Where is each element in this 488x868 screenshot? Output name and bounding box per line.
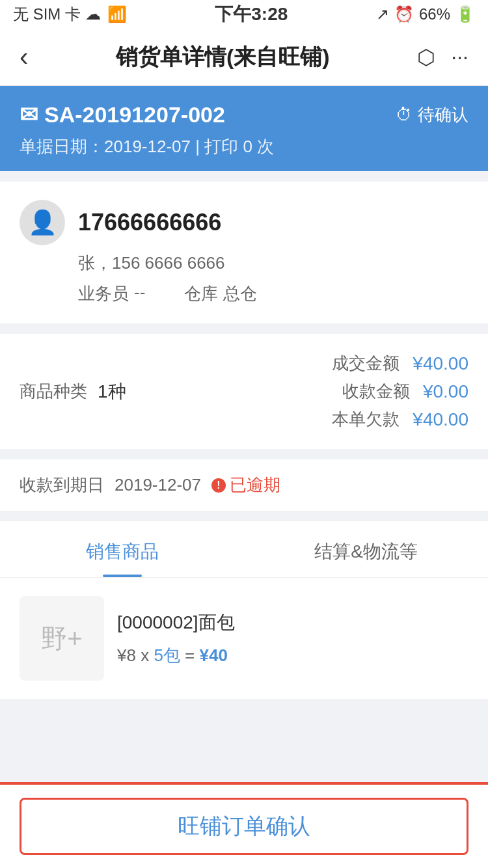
due-label: 收款到期日	[20, 474, 104, 496]
battery-icon: 🔋	[455, 5, 475, 23]
owed-value: ¥40.00	[413, 409, 468, 430]
customer-section: 👤 17666666666 张，156 6666 6666 业务员 -- 仓库 …	[0, 182, 488, 323]
sales-value: --	[134, 282, 145, 305]
status-right: ↗ ⏰ 66% 🔋	[376, 5, 475, 23]
warehouse-info: 仓库 总仓	[184, 282, 257, 305]
warehouse-value: 总仓	[223, 282, 257, 305]
avatar-icon: 👤	[28, 209, 57, 236]
more-button[interactable]: ···	[451, 45, 468, 69]
battery-label: 66%	[419, 5, 450, 23]
tabs-section: 销售商品 结算&物流等 野+ [0000002]面包 ¥8 x 5包 = ¥40	[0, 521, 488, 699]
alarm-icon: ⏰	[394, 5, 414, 23]
share-button[interactable]: ⬡	[417, 45, 435, 70]
overdue-text: 已逾期	[230, 474, 280, 496]
product-price: ¥8 x 5包 = ¥40	[117, 644, 468, 667]
tabs-bar: 销售商品 结算&物流等	[0, 521, 488, 578]
customer-name: 张，156 6666 6666	[78, 252, 468, 275]
received-value: ¥0.00	[423, 381, 468, 402]
product-total: ¥40	[199, 645, 227, 665]
customer-meta: 业务员 -- 仓库 总仓	[78, 282, 468, 305]
owed-label: 本单欠款	[332, 408, 400, 431]
nav-actions: ⬡ ···	[417, 45, 468, 70]
status-left: 无 SIM 卡 ☁ 📶	[13, 4, 127, 25]
received-label: 收款金额	[342, 380, 410, 403]
avatar: 👤	[20, 200, 65, 245]
tab-settlement[interactable]: 结算&物流等	[244, 521, 488, 577]
summary-right: 成交金额 ¥40.00 收款金额 ¥0.00 本单欠款 ¥40.00	[244, 352, 468, 431]
nav-bar: ‹ 销货单详情(来自旺铺) ⬡ ···	[0, 29, 488, 86]
warehouse-label: 仓库	[184, 282, 218, 305]
overdue-badge: ! 已逾期	[211, 474, 280, 496]
product-info: [0000002]面包 ¥8 x 5包 = ¥40	[117, 610, 468, 667]
order-id: ✉ SA-20191207-002	[20, 102, 225, 128]
summary-left: 商品种类 1种	[20, 352, 244, 431]
customer-phone: 17666666666	[78, 209, 221, 236]
received-row: 收款金额 ¥0.00	[342, 380, 468, 403]
confirm-button[interactable]: 旺铺订单确认	[20, 798, 468, 855]
product-name: [0000002]面包	[117, 610, 468, 635]
equals-sign: =	[180, 645, 200, 665]
sales-info: 业务员 --	[78, 282, 145, 305]
confirm-btn-wrap: 旺铺订单确认	[0, 782, 488, 868]
summary-section: 商品种类 1种 成交金额 ¥40.00 收款金额 ¥0.00 本单欠款 ¥40.…	[0, 334, 488, 449]
amount-row: 成交金额 ¥40.00	[332, 352, 468, 375]
wifi-icon: 📶	[107, 5, 127, 23]
overdue-icon: !	[211, 478, 226, 493]
location-icon: ↗	[376, 5, 389, 23]
order-date: 单据日期：2019-12-07 | 打印 0 次	[20, 135, 468, 158]
sales-label: 业务员	[78, 282, 129, 305]
product-item: 野+ [0000002]面包 ¥8 x 5包 = ¥40	[0, 578, 488, 699]
tab-sales-goods[interactable]: 销售商品	[0, 521, 244, 577]
owed-row: 本单欠款 ¥40.00	[332, 408, 468, 431]
back-button[interactable]: ‹	[20, 42, 28, 72]
page-title: 销货单详情(来自旺铺)	[116, 42, 330, 72]
status-bar: 无 SIM 卡 ☁ 📶 下午3:28 ↗ ⏰ 66% 🔋	[0, 0, 488, 29]
clock-icon: ⏱	[396, 105, 413, 125]
order-status: ⏱ 待确认	[396, 103, 468, 126]
status-time: 下午3:28	[215, 2, 288, 27]
envelope-icon: ✉	[20, 102, 38, 128]
product-logo: 野+	[41, 621, 82, 657]
due-section: 收款到期日 2019-12-07 ! 已逾期	[0, 459, 488, 511]
due-date: 2019-12-07	[115, 475, 201, 495]
product-thumbnail: 野+	[20, 596, 104, 681]
product-type-value: 1种	[98, 379, 126, 404]
header-card: ✉ SA-20191207-002 ⏱ 待确认 单据日期：2019-12-07 …	[0, 86, 488, 171]
product-type-label: 商品种类	[20, 380, 87, 403]
amount-label: 成交金额	[332, 352, 400, 375]
price-base: ¥8 x	[117, 645, 154, 665]
product-qty: 5包	[154, 645, 180, 665]
sim-label: 无 SIM 卡 ☁	[13, 4, 101, 25]
amount-value: ¥40.00	[413, 353, 468, 374]
